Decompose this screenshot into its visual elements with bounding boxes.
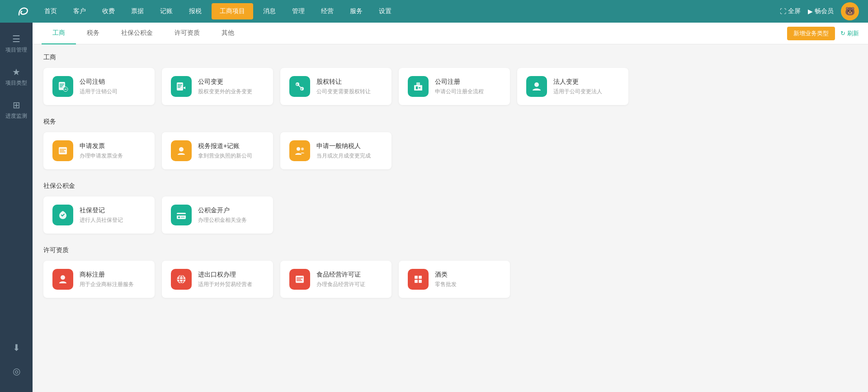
- svg-rect-2: [60, 85, 63, 86]
- fullscreen-button[interactable]: ⛶ 全屏: [780, 7, 801, 15]
- sidebar-item-progress[interactable]: ⊞ 进度监测: [0, 93, 33, 126]
- equity-transfer-name: 股权转让: [316, 78, 371, 86]
- tab-other[interactable]: 其他: [211, 23, 245, 44]
- section-title-business: 工商: [43, 53, 857, 62]
- card-liquor[interactable]: 酒类 零售批发: [399, 261, 510, 298]
- svg-point-19: [534, 82, 539, 87]
- card-company-cancel[interactable]: 公司注销 适用于注销公司: [43, 68, 155, 105]
- svg-rect-30: [181, 217, 184, 218]
- fund-open-desc: 办理公积金相关业务: [198, 216, 247, 224]
- company-register-text: 公司注册 申请公司注册全流程: [435, 78, 484, 96]
- card-invoice-apply[interactable]: 申请发票 办理申请发票业务: [43, 132, 155, 169]
- liquor-desc: 零售批发: [435, 281, 457, 288]
- vip-button[interactable]: ▶ 畅会员: [808, 7, 834, 15]
- card-legal-change[interactable]: 法人变更 适用于公司变更法人: [517, 68, 628, 105]
- import-export-icon: [171, 269, 192, 290]
- nav-business[interactable]: 工商项目: [212, 3, 253, 19]
- nav-account[interactable]: 记账: [152, 0, 181, 23]
- card-fund-open[interactable]: 公积金开户 办理公积金相关业务: [162, 196, 273, 234]
- svg-rect-8: [178, 86, 181, 86]
- tab-social-insurance[interactable]: 社保公积金: [110, 23, 164, 44]
- vip-icon: ▶: [808, 8, 813, 15]
- nav-message[interactable]: 消息: [255, 0, 284, 23]
- nav-operation[interactable]: 经营: [313, 0, 342, 23]
- help-icon: ◎: [13, 366, 20, 377]
- mascot-avatar[interactable]: 🐻: [841, 2, 859, 20]
- cards-grid-tax: 申请发票 办理申请发票业务 税务报道+记账 拿到营业执照的新公司: [43, 132, 857, 169]
- svg-rect-44: [419, 280, 422, 283]
- cards-grid-business: 公司注销 适用于注销公司: [43, 68, 857, 105]
- svg-point-25: [297, 147, 300, 151]
- sidebar-item-label-progress: 进度监测: [5, 112, 27, 120]
- card-company-register[interactable]: 公司注册 申请公司注册全流程: [399, 68, 510, 105]
- tab-business[interactable]: 工商: [42, 23, 76, 44]
- svg-rect-16: [416, 82, 420, 86]
- sidebar-item-project-manage[interactable]: ☰ 项目管理: [0, 27, 33, 60]
- liquor-text: 酒类 零售批发: [435, 271, 457, 288]
- card-company-change[interactable]: 公司变更 股权变更外的业务变更: [162, 68, 273, 105]
- tab-tax[interactable]: 税务: [76, 23, 110, 44]
- refresh-button[interactable]: ↻ 刷新: [840, 29, 859, 38]
- tab-permit[interactable]: 许可资质: [164, 23, 211, 44]
- new-type-button[interactable]: 新增业务类型: [787, 27, 835, 40]
- tab-actions: 新增业务类型 ↻ 刷新: [787, 27, 859, 40]
- sidebar-item-label-type: 项目类型: [5, 79, 27, 87]
- nav-tax[interactable]: 报税: [181, 0, 210, 23]
- card-tax-report[interactable]: 税务报道+记账 拿到营业执照的新公司: [162, 132, 273, 169]
- logo: [9, 4, 36, 19]
- company-change-text: 公司变更 股权变更外的业务变更: [198, 78, 252, 96]
- legal-change-name: 法人变更: [553, 78, 602, 86]
- nav-customer[interactable]: 客户: [65, 0, 94, 23]
- project-type-icon: ★: [12, 67, 20, 77]
- company-register-desc: 申请公司注册全流程: [435, 88, 484, 96]
- nav-manage[interactable]: 管理: [284, 0, 313, 23]
- scroll-content[interactable]: 工商 公司注销 适用于: [33, 44, 868, 392]
- legal-change-text: 法人变更 适用于公司变更法人: [553, 78, 602, 96]
- nav-service[interactable]: 服务: [342, 0, 371, 23]
- invoice-apply-name: 申请发票: [80, 142, 123, 150]
- nav-ticket[interactable]: 票据: [123, 0, 152, 23]
- equity-transfer-desc: 公司变更需要股权转让: [316, 88, 371, 96]
- svg-point-31: [61, 275, 65, 280]
- section-title-permit: 许可资质: [43, 246, 857, 254]
- card-equity-transfer[interactable]: ¥ ¥ 股权转让 公司变更需要股权转让: [280, 68, 392, 105]
- svg-rect-23: [60, 152, 65, 153]
- card-general-taxpayer[interactable]: 申请一般纳税人 当月或次月成变更完成: [280, 132, 392, 169]
- cards-grid-social: 社保登记 进行人员社保登记 公积金开户: [43, 196, 857, 234]
- svg-rect-40: [297, 280, 302, 281]
- fullscreen-icon: ⛶: [780, 8, 786, 15]
- card-import-export[interactable]: 进出口权办理 适用于对外贸易经营者: [162, 261, 273, 298]
- svg-point-29: [178, 216, 180, 218]
- card-social-insurance-reg[interactable]: 社保登记 进行人员社保登记: [43, 196, 155, 234]
- company-cancel-name: 公司注销: [80, 78, 118, 86]
- nav-right-actions: ⛶ 全屏 ▶ 畅会员 🐻: [780, 2, 859, 20]
- equity-transfer-icon: ¥ ¥: [289, 76, 310, 97]
- svg-text:¥: ¥: [301, 87, 302, 91]
- trademark-desc: 用于企业商标注册服务: [80, 281, 134, 288]
- sidebar-download[interactable]: ⬇: [0, 336, 33, 359]
- company-cancel-icon: [52, 76, 73, 97]
- top-navigation: 首页 客户 收费 票据 记账 报税 工商项目 消息 管理 经营 服务 设置 ⛶ …: [0, 0, 868, 23]
- cards-grid-permit: 商标注册 用于企业商标注册服务: [43, 261, 857, 298]
- svg-rect-39: [297, 279, 301, 280]
- nav-fee[interactable]: 收费: [94, 0, 123, 23]
- svg-rect-38: [297, 277, 303, 278]
- nav-menu: 首页 客户 收费 票据 记账 报税 工商项目 消息 管理 经营 服务 设置: [36, 0, 780, 23]
- sidebar-bottom: ⬇ ◎: [0, 336, 33, 392]
- invoice-apply-icon: [52, 140, 73, 161]
- card-food-license[interactable]: 食品经营许可证 办理食品经营许可证: [280, 261, 392, 298]
- general-taxpayer-text: 申请一般纳税人 当月或次月成变更完成: [316, 142, 371, 160]
- card-trademark[interactable]: 商标注册 用于企业商标注册服务: [43, 261, 155, 298]
- company-change-name: 公司变更: [198, 78, 252, 86]
- sidebar-item-label-project: 项目管理: [5, 46, 27, 54]
- svg-rect-17: [416, 86, 418, 89]
- nav-settings[interactable]: 设置: [371, 0, 400, 23]
- general-taxpayer-icon: [289, 140, 310, 161]
- nav-home[interactable]: 首页: [36, 0, 65, 23]
- project-manage-icon: ☰: [12, 33, 20, 44]
- sidebar-help[interactable]: ◎: [0, 359, 33, 383]
- company-change-desc: 股权变更外的业务变更: [198, 88, 252, 96]
- sidebar-item-project-type[interactable]: ★ 项目类型: [0, 60, 33, 93]
- fund-open-name: 公积金开户: [198, 206, 247, 215]
- section-title-social: 社保公积金: [43, 182, 857, 190]
